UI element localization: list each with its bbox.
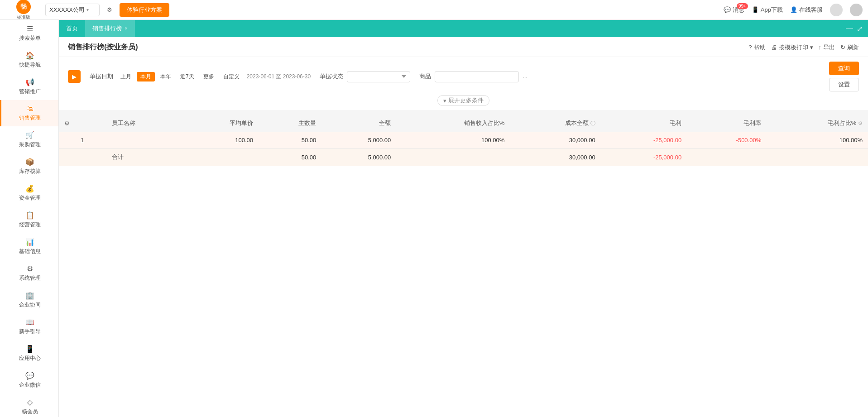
profit-pct-info-icon[interactable]: ⚙ bbox=[858, 120, 863, 126]
sidebar-item-sales[interactable]: 🛍 销售管理 bbox=[0, 100, 58, 126]
logo: 畅 标准版 bbox=[5, 0, 42, 20]
company-selector[interactable]: XXXXXX公司 ▾ bbox=[45, 4, 100, 16]
page-title: 销售排行榜(按业务员) bbox=[68, 43, 138, 52]
sidebar-item-label-purchase: 采购管理 bbox=[19, 141, 41, 149]
sidebar-item-finance[interactable]: 💰 资金管理 bbox=[0, 180, 58, 206]
status-select[interactable] bbox=[347, 71, 410, 82]
summary-row: 合计 50.00 5,000.00 30,000.00 -25,000.00 bbox=[59, 149, 868, 166]
main-layout: ☰ 搜索菜单 🏠 快捷导航 📢 营销推广 🛍 销售管理 🛒 采购管理 📦 库存核… bbox=[0, 20, 868, 417]
apps-icon: 📱 bbox=[25, 345, 34, 353]
filter-expand-arrow[interactable]: ▶ bbox=[68, 70, 81, 83]
marketing-icon: 📢 bbox=[25, 78, 34, 86]
print-button[interactable]: 🖨 按模板打印 ▾ bbox=[771, 43, 813, 52]
sidebar-item-member[interactable]: ◇ 畅会员 bbox=[0, 393, 58, 417]
sidebar-item-marketing[interactable]: 📢 营销推广 bbox=[0, 73, 58, 100]
cell-avg-price: 100.00 bbox=[182, 132, 259, 149]
summary-avg-price bbox=[182, 149, 259, 166]
tab-home[interactable]: 首页 bbox=[59, 20, 85, 37]
tabs-actions: — ⤢ bbox=[846, 24, 868, 33]
sidebar-item-basic[interactable]: 📊 基础信息 bbox=[0, 233, 58, 260]
table-section: ⚙ 员工名称 平均单价 主数量 全额 销售收入占比% 成本全额 ⓘ bbox=[59, 115, 868, 417]
cell-amount: 5,000.00 bbox=[321, 132, 396, 149]
sidebar-item-guide[interactable]: 📖 新手引导 bbox=[0, 313, 58, 340]
date-tab-more[interactable]: 更多 bbox=[200, 72, 218, 81]
summary-label bbox=[75, 149, 106, 166]
expand-more-label: 展开更多条件 bbox=[448, 96, 484, 105]
sidebar-item-label-finance: 资金管理 bbox=[19, 194, 41, 202]
app-icon: 📱 bbox=[752, 6, 759, 13]
tab-home-label: 首页 bbox=[66, 24, 78, 33]
date-tab-this-month[interactable]: 本月 bbox=[137, 72, 155, 81]
sidebar-item-purchase[interactable]: 🛒 采购管理 bbox=[0, 126, 58, 153]
cell-sales-pct: 100.00% bbox=[396, 132, 510, 149]
app-download-button[interactable]: 📱 App下载 bbox=[752, 6, 783, 14]
sidebar-item-label-guide: 新手引导 bbox=[19, 328, 41, 336]
date-tab-custom[interactable]: 自定义 bbox=[220, 72, 243, 81]
avatar2[interactable] bbox=[850, 4, 863, 16]
tab-sales-rank[interactable]: 销售排行榜 × bbox=[85, 20, 135, 37]
summary-profit: -25,000.00 bbox=[601, 149, 687, 166]
sidebar-item-label-system: 系统管理 bbox=[19, 274, 41, 282]
message-button[interactable]: 💬 消息 99+ bbox=[724, 6, 744, 14]
tab-maximize-icon[interactable]: ⤢ bbox=[857, 24, 863, 33]
avatar[interactable] bbox=[830, 4, 843, 16]
sidebar-item-apps[interactable]: 📱 应用中心 bbox=[0, 340, 58, 367]
date-label: 单据日期 bbox=[90, 72, 113, 81]
cell-cost: 30,000.00 bbox=[510, 132, 600, 149]
sidebar-item-ops[interactable]: 📋 经营管理 bbox=[0, 206, 58, 233]
more-link[interactable]: ··· bbox=[523, 73, 528, 80]
tab-close-icon[interactable]: × bbox=[125, 25, 128, 32]
top-bar: 畅 标准版 XXXXXX公司 ▾ ⚙ 体验行业方案 💬 消息 99+ 📱 App… bbox=[0, 0, 868, 20]
sidebar-item-label-basic: 基础信息 bbox=[19, 248, 41, 255]
sidebar-item-wechat[interactable]: 💬 企业微信 bbox=[0, 367, 58, 393]
print-label: 按模板打印 bbox=[779, 43, 808, 52]
date-range: 2023-06-01 至 2023-06-30 bbox=[247, 73, 311, 81]
date-tab-this-year[interactable]: 本年 bbox=[157, 72, 175, 81]
sidebar-item-system[interactable]: ⚙ 系统管理 bbox=[0, 260, 58, 287]
filter-goods-group: 商品 ··· bbox=[419, 71, 528, 82]
export-button[interactable]: ↑ 导出 bbox=[819, 43, 835, 52]
date-tab-7days[interactable]: 近7天 bbox=[177, 72, 198, 81]
cost-info-icon[interactable]: ⓘ bbox=[590, 120, 595, 126]
summary-cost: 30,000.00 bbox=[510, 149, 600, 166]
help-label: 帮助 bbox=[754, 43, 766, 52]
th-settings: ⚙ bbox=[59, 115, 75, 132]
th-profit: 毛利 bbox=[601, 115, 687, 132]
try-plan-button[interactable]: 体验行业方案 bbox=[120, 3, 169, 17]
service-label: 在线客服 bbox=[799, 6, 823, 14]
goods-input[interactable] bbox=[435, 71, 519, 82]
th-sales-pct: 销售收入占比% bbox=[396, 115, 510, 132]
sidebar-item-quicknav[interactable]: 🏠 快捷导航 bbox=[0, 47, 58, 73]
tabs-bar: 首页 销售排行榜 × — ⤢ bbox=[59, 20, 868, 37]
col-settings-icon[interactable]: ⚙ bbox=[64, 120, 70, 127]
tab-minimize-icon[interactable]: — bbox=[846, 24, 853, 33]
summary-name: 合计 bbox=[106, 149, 182, 166]
refresh-label: 刷新 bbox=[847, 43, 859, 52]
summary-profit-rate bbox=[687, 149, 767, 166]
message-icon: 💬 bbox=[724, 6, 731, 13]
expand-more-button[interactable]: ▾ 展开更多条件 bbox=[437, 95, 489, 106]
app-label: App下载 bbox=[761, 6, 783, 14]
sidebar-item-inventory[interactable]: 📦 库存核算 bbox=[0, 153, 58, 180]
goods-label: 商品 bbox=[419, 72, 431, 81]
help-button[interactable]: ? 帮助 bbox=[748, 43, 765, 52]
sidebar-item-search[interactable]: ☰ 搜索菜单 bbox=[0, 20, 58, 47]
message-badge: 99+ bbox=[737, 3, 748, 9]
print-chevron-icon: ▾ bbox=[810, 44, 813, 51]
guide-icon: 📖 bbox=[25, 318, 34, 326]
th-amount: 全额 bbox=[321, 115, 396, 132]
sidebar-item-enterprise[interactable]: 🏢 企业协同 bbox=[0, 287, 58, 313]
top-bar-right: 💬 消息 99+ 📱 App下载 👤 在线客服 bbox=[724, 4, 863, 16]
date-tab-last-month[interactable]: 上月 bbox=[117, 72, 135, 81]
cell-rank: 1 bbox=[75, 132, 106, 149]
company-settings-icon[interactable]: ⚙ bbox=[103, 4, 116, 16]
page-content: 销售排行榜(按业务员) ? 帮助 🖨 按模板打印 ▾ ↑ bbox=[59, 37, 868, 417]
online-service-button[interactable]: 👤 在线客服 bbox=[790, 6, 823, 14]
settings-button[interactable]: 设置 bbox=[829, 78, 859, 91]
query-button[interactable]: 查询 bbox=[829, 62, 859, 75]
system-icon: ⚙ bbox=[27, 264, 33, 273]
th-profit-rate: 毛利率 bbox=[687, 115, 767, 132]
export-icon: ↑ bbox=[819, 44, 822, 51]
refresh-button[interactable]: ↻ 刷新 bbox=[840, 43, 859, 52]
logo-subtitle: 标准版 bbox=[17, 14, 30, 20]
